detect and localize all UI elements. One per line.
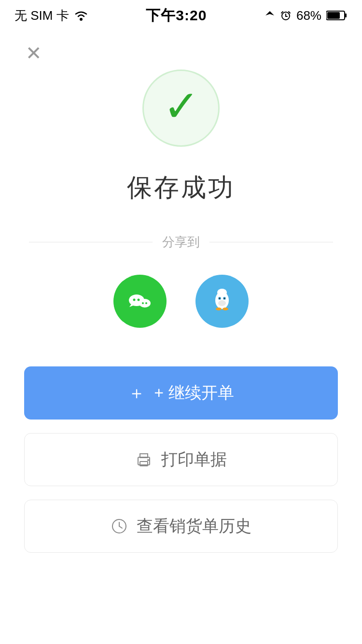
divider-left xyxy=(29,242,153,242)
svg-line-30 xyxy=(119,526,122,528)
plus-icon: ＋ xyxy=(128,381,145,405)
close-button[interactable]: ✕ xyxy=(19,39,48,68)
share-label: 分享到 xyxy=(153,234,209,251)
clock-icon xyxy=(111,518,128,535)
history-label: 查看销货单历史 xyxy=(137,515,251,537)
close-icon: ✕ xyxy=(26,43,42,63)
continue-button[interactable]: ＋ + 继续开单 xyxy=(24,366,338,420)
success-circle: ✓ xyxy=(142,70,220,147)
battery-icon xyxy=(326,10,348,21)
svg-point-20 xyxy=(218,300,226,306)
svg-point-23 xyxy=(223,308,228,310)
actions: ＋ + 继续开单 打印单据 xyxy=(0,366,362,553)
svg-point-10 xyxy=(138,299,140,301)
share-divider: 分享到 xyxy=(0,234,362,251)
checkmark-icon: ✓ xyxy=(163,84,199,128)
print-label: 打印单据 xyxy=(161,448,227,471)
svg-point-12 xyxy=(145,302,147,304)
status-right: 68% xyxy=(265,8,348,23)
continue-label: + 继续开单 xyxy=(154,382,234,404)
svg-point-11 xyxy=(142,302,144,304)
share-icons xyxy=(113,275,249,328)
divider-right xyxy=(209,242,333,242)
success-title: 保存成功 xyxy=(127,171,235,205)
main-content: ✓ 保存成功 分享到 xyxy=(0,31,362,553)
svg-point-22 xyxy=(216,308,222,310)
battery-text: 68% xyxy=(296,8,321,23)
svg-point-17 xyxy=(219,298,221,299)
wechat-icon xyxy=(125,286,155,317)
no-sim-text: 无 SIM 卡 xyxy=(14,7,69,24)
svg-point-18 xyxy=(224,298,225,299)
status-time: 下午3:20 xyxy=(146,6,207,26)
svg-point-27 xyxy=(147,459,149,461)
history-button[interactable]: 查看销货单历史 xyxy=(24,500,338,553)
svg-point-9 xyxy=(133,299,136,301)
qq-icon xyxy=(207,286,237,317)
status-left: 无 SIM 卡 xyxy=(14,7,88,24)
location-icon xyxy=(265,10,275,21)
wechat-share-button[interactable] xyxy=(113,275,167,328)
printer-icon xyxy=(135,451,153,468)
svg-point-0 xyxy=(80,18,83,21)
alarm-icon xyxy=(280,10,292,21)
svg-rect-6 xyxy=(327,12,340,19)
status-bar: 无 SIM 卡 下午3:20 68% xyxy=(0,0,362,31)
svg-point-8 xyxy=(139,299,151,308)
wifi-icon xyxy=(74,10,88,21)
print-button[interactable]: 打印单据 xyxy=(24,433,338,486)
svg-rect-5 xyxy=(345,14,347,17)
qq-share-button[interactable] xyxy=(195,275,249,328)
svg-point-21 xyxy=(217,289,227,296)
